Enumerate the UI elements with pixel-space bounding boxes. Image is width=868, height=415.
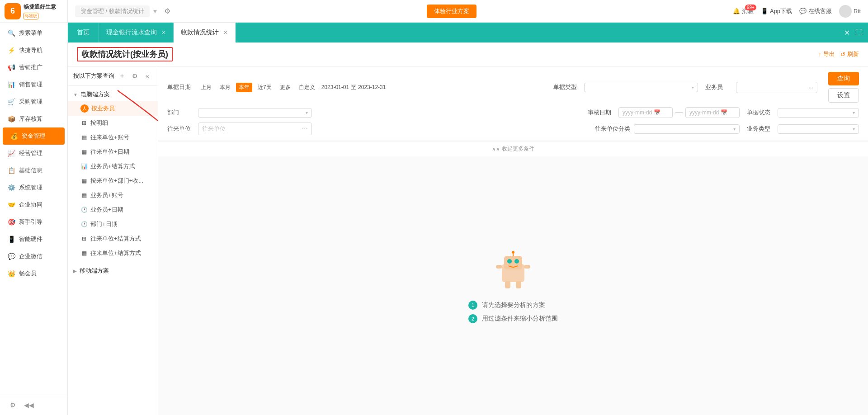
settings-icon[interactable]: ⚙ — [164, 7, 170, 15]
collapse-icon: ∧∧ — [492, 146, 500, 152]
sidebar-item-marketing[interactable]: 📢 营销推广 — [0, 59, 67, 76]
sidebar-item-basic[interactable]: 📋 基础信息 — [0, 162, 67, 179]
export-button[interactable]: ↑ 导出 — [819, 50, 835, 58]
tree-item-salesperson-account[interactable]: ▦ 业务员+账号 — [68, 188, 158, 203]
date-btn-this-month[interactable]: 本月 — [217, 83, 233, 92]
filter-dept-label: 部门 — [167, 108, 194, 117]
sidebar-item-enterprise[interactable]: 🤝 企业协同 — [0, 196, 67, 213]
sidebar-item-wechat[interactable]: 💬 企业微信 — [0, 248, 67, 265]
tree-item-dept-date-label: 部门+日期 — [90, 220, 118, 228]
app-download-label: App下载 — [770, 7, 792, 15]
add-scheme-button[interactable]: ＋ — [117, 71, 127, 81]
calendar-from-icon[interactable]: 📅 — [654, 109, 660, 116]
sidebar-item-guide[interactable]: 🎯 新手引导 — [0, 213, 67, 231]
settings-scheme-button[interactable]: ⚙ — [130, 71, 140, 81]
tab-receipt[interactable]: 收款情况统计 ✕ — [174, 23, 236, 42]
sidebar: 6 畅捷通好生意 标准版 🔍 搜索菜单 ⚡ 快捷导航 📢 营销推广 📊 销售管理… — [0, 0, 68, 415]
filter-doc-status-select[interactable]: ▾ — [778, 108, 859, 118]
filter-partner-more-icon[interactable]: ··· — [302, 125, 308, 133]
query-button[interactable]: 查询 — [828, 72, 859, 85]
notification-area[interactable]: 🔔 消息 99+ — [733, 7, 754, 15]
detail-icon: ⊞ — [80, 119, 88, 127]
inventory-icon: 📦 — [7, 115, 15, 123]
sidebar-item-search-menu[interactable]: 🔍 搜索菜单 — [0, 24, 67, 42]
date-btn-7days[interactable]: 近7天 — [255, 83, 274, 92]
setting-button[interactable]: 设置 — [828, 88, 859, 103]
main-body: 按以下方案查询 ＋ ⚙ « — [68, 66, 868, 415]
refresh-button[interactable]: ↺ 刷新 — [840, 50, 859, 58]
breadcrumb-dropdown-icon[interactable]: ▾ — [153, 7, 157, 15]
tree-item-partner-account[interactable]: ▦ 往来单位+账号 — [68, 130, 158, 145]
user-area[interactable]: Rit — [839, 5, 861, 18]
collapse-panel-button[interactable]: « — [142, 71, 152, 81]
review-date-from-input[interactable]: yyyy-mm-dd 📅 — [618, 107, 673, 118]
tree-item-salesperson-settle[interactable]: 📊 业务员+结算方式 — [68, 159, 158, 174]
tab-bank[interactable]: 现金银行流水查询 ✕ — [99, 23, 174, 42]
tree-item-salesperson-date[interactable]: 🕐 业务员+日期 — [68, 203, 158, 217]
sidebar-item-hardware[interactable]: 📱 智能硬件 — [0, 231, 67, 248]
tab-minimize-icon[interactable]: ✕ — [844, 28, 850, 37]
tab-home[interactable]: 首页 — [68, 23, 99, 42]
collapse-footer-icon[interactable]: ◀◀ — [24, 400, 34, 410]
sidebar-item-operation[interactable]: 📈 经营管理 — [0, 145, 67, 162]
tree-item-by-salesperson[interactable]: 人 按业务员 — [68, 101, 158, 116]
settings-footer-icon[interactable]: ⚙ — [7, 400, 18, 410]
quick-nav-icon: ⚡ — [7, 46, 15, 54]
tree-item-dept-date[interactable]: 🕐 部门+日期 — [68, 217, 158, 231]
operation-icon: 📈 — [7, 149, 15, 157]
filter-salesperson-select[interactable]: ··· — [736, 82, 817, 93]
tree-mobile-arrow: ▶ — [73, 269, 77, 274]
sidebar-label-hardware: 智能硬件 — [19, 235, 42, 243]
tree-item-partner-settle[interactable]: ⊞ 往来单位+结算方式 — [68, 231, 158, 246]
filter-partner-category-select[interactable]: ▾ — [634, 124, 740, 134]
sidebar-label-search-menu: 搜索菜单 — [19, 29, 42, 37]
tree-item-unit-dept[interactable]: ▦ 按来单位+部门+收... — [68, 174, 158, 188]
tree-desktop-section: ▼ 电脑端方案 人 按业务员 ⊞ 按明细 ▦ 往来单位+账号 — [68, 86, 158, 262]
sidebar-item-finance[interactable]: 💰 资金管理 — [3, 127, 65, 145]
tree-item-partner-settle2[interactable]: ▦ 往来单位+结算方式 — [68, 246, 158, 260]
review-date-to-input[interactable]: yyyy-mm-dd 📅 — [685, 107, 740, 118]
tree-item-partner-date[interactable]: ▦ 往来单位+日期 — [68, 145, 158, 159]
system-icon: ⚙️ — [7, 184, 15, 192]
collapse-filter-button[interactable]: ∧∧ 收起更多条件 — [158, 141, 868, 156]
date-btn-last-month[interactable]: 上月 — [198, 83, 214, 92]
online-service-item[interactable]: 💬 在线客服 — [799, 7, 832, 15]
tree-desktop-header[interactable]: ▼ 电脑端方案 — [68, 88, 158, 101]
filter-partner-input[interactable]: 往来单位 ··· — [198, 123, 312, 135]
online-service-label: 在线客服 — [808, 7, 832, 15]
sidebar-item-purchase[interactable]: 🛒 采购管理 — [0, 93, 67, 110]
tree-mobile-header[interactable]: ▶ 移动端方案 — [68, 264, 158, 278]
sidebar-item-member[interactable]: 👑 畅会员 — [0, 265, 67, 282]
tree-item-by-detail[interactable]: ⊞ 按明细 — [68, 116, 158, 130]
filter-doc-status-label: 单据状态 — [747, 108, 774, 117]
date-btn-this-year[interactable]: 本年 — [236, 83, 252, 92]
sidebar-item-quick-nav[interactable]: ⚡ 快捷导航 — [0, 42, 67, 59]
tab-receipt-close-icon[interactable]: ✕ — [223, 29, 228, 36]
calendar-to-icon[interactable]: 📅 — [721, 109, 727, 116]
filter-doc-status-item: 单据状态 ▾ — [747, 108, 859, 118]
sidebar-item-sales[interactable]: 📊 销售管理 — [0, 76, 67, 93]
filter-salesperson-more-icon[interactable]: ··· — [808, 84, 813, 91]
trial-button[interactable]: 体验行业方案 — [427, 5, 476, 18]
filter-dept-arrow: ▾ — [306, 110, 308, 115]
filter-biz-type-select[interactable]: ▾ — [778, 124, 859, 134]
app-download-item[interactable]: 📱 App下载 — [761, 7, 792, 15]
refresh-icon: ↺ — [840, 51, 845, 58]
filter-dept-select[interactable]: ▾ — [198, 108, 312, 118]
empty-illustration — [486, 248, 540, 293]
sidebar-item-system[interactable]: ⚙️ 系统管理 — [0, 179, 67, 196]
tree-item-partner-settle-label: 往来单位+结算方式 — [90, 235, 141, 243]
review-date-to-placeholder: yyyy-mm-dd — [689, 109, 719, 116]
sidebar-item-inventory[interactable]: 📦 库存核算 — [0, 110, 67, 127]
tab-bank-close-icon[interactable]: ✕ — [161, 29, 166, 36]
tab-bank-label: 现金银行流水查询 — [106, 28, 157, 37]
step-num-2: 2 — [468, 314, 477, 323]
enterprise-icon: 🤝 — [7, 201, 15, 209]
svg-point-6 — [512, 251, 514, 254]
tab-expand-icon[interactable]: ⛶ — [855, 28, 863, 37]
date-btn-more[interactable]: 更多 — [277, 83, 293, 92]
collapse-label: 收起更多条件 — [502, 145, 534, 153]
filter-doc-type-select[interactable]: ▾ — [584, 83, 698, 92]
date-btn-custom[interactable]: 自定义 — [296, 83, 318, 92]
svg-point-4 — [514, 259, 519, 264]
